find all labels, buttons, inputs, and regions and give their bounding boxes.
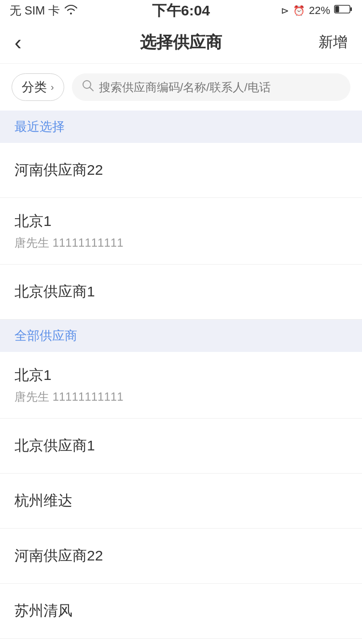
wifi-icon — [64, 4, 78, 17]
item-name: 河南供应商22 — [14, 546, 348, 566]
svg-rect-1 — [350, 7, 352, 11]
item-name: 北京供应商1 — [14, 436, 348, 456]
alarm-icon: ⏰ — [293, 5, 305, 16]
svg-rect-2 — [335, 6, 339, 13]
item-sub: 唐先生 11111111111 — [14, 235, 348, 251]
page-title: 选择供应商 — [140, 31, 222, 54]
status-right: ⊳ ⏰ 22% — [281, 4, 352, 17]
list-item[interactable]: 北京供应商1 — [0, 265, 362, 320]
battery-percent: 22% — [309, 4, 330, 17]
all-section-label: 全部供应商 — [14, 328, 77, 343]
list-item[interactable]: 北京1唐先生 11111111111 — [0, 352, 362, 419]
list-item[interactable]: 河南供应商22 — [0, 143, 362, 198]
category-button[interactable]: 分类 › — [12, 73, 64, 101]
filter-bar: 分类 › — [0, 64, 362, 111]
recent-section-header: 最近选择 — [0, 111, 362, 143]
back-icon: ‹ — [14, 32, 22, 53]
item-name: 河南供应商22 — [14, 160, 348, 180]
add-button[interactable]: 新增 — [319, 32, 348, 52]
item-name: 苏州清风 — [14, 601, 348, 621]
location-icon: ⊳ — [281, 5, 289, 16]
status-time: 下午6:04 — [152, 1, 210, 21]
search-icon — [82, 79, 94, 95]
item-name: 北京1 — [14, 365, 348, 385]
battery-icon — [334, 4, 352, 17]
status-left: 无 SIM 卡 — [10, 3, 78, 18]
list-item[interactable]: 河南供应商22 — [0, 529, 362, 584]
search-box[interactable] — [72, 73, 350, 101]
svg-line-4 — [90, 87, 93, 91]
item-name: 北京1 — [14, 211, 348, 231]
list-item[interactable]: 北京1唐先生 11111111111 — [0, 198, 362, 265]
recent-items-list: 河南供应商22北京1唐先生 11111111111北京供应商1 — [0, 143, 362, 320]
recent-section-label: 最近选择 — [14, 119, 65, 134]
back-button[interactable]: ‹ — [14, 32, 22, 53]
category-label: 分类 — [22, 79, 47, 96]
list-item[interactable]: 杭州维达 — [0, 474, 362, 529]
nav-bar: ‹ 选择供应商 新增 — [0, 21, 362, 64]
category-chevron-icon: › — [51, 82, 54, 93]
list-item[interactable]: 北京供应商1 — [0, 419, 362, 474]
all-items-list: 北京1唐先生 11111111111北京供应商1杭州维达河南供应商22苏州清风 — [0, 352, 362, 639]
search-input[interactable] — [99, 81, 341, 94]
status-bar: 无 SIM 卡 下午6:04 ⊳ ⏰ 22% — [0, 0, 362, 21]
item-sub: 唐先生 11111111111 — [14, 389, 348, 405]
sim-text: 无 SIM 卡 — [10, 3, 60, 18]
item-name: 杭州维达 — [14, 491, 348, 511]
list-item[interactable]: 苏州清风 — [0, 584, 362, 639]
item-name: 北京供应商1 — [14, 282, 348, 302]
all-section-header: 全部供应商 — [0, 320, 362, 352]
